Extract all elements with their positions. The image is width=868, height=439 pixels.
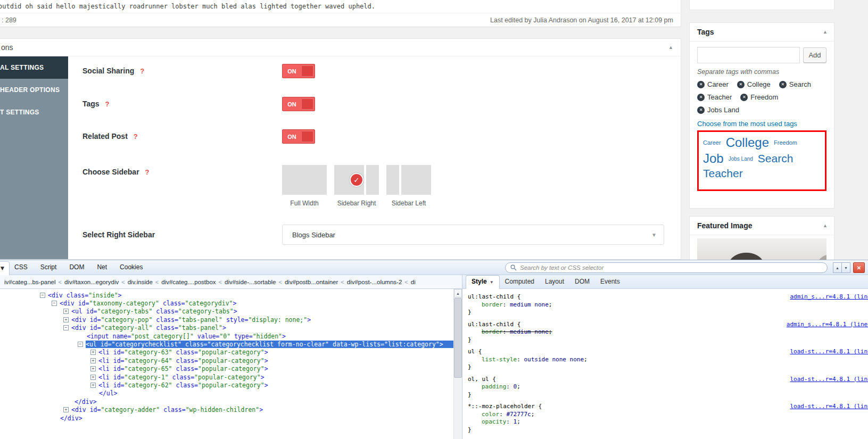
remove-tag-icon[interactable]: ✕ xyxy=(779,81,787,88)
layout-option-full-width[interactable]: Full Width xyxy=(282,165,327,207)
collapse-arrow-icon[interactable]: ▲ xyxy=(668,45,673,50)
expander-icon[interactable]: − xyxy=(40,293,45,298)
css-source-link[interactable]: admin_s...r=4.8.1 (line 1 xyxy=(790,293,868,301)
html-tree-node[interactable]: </ul> xyxy=(0,390,453,397)
help-icon[interactable]: ? xyxy=(134,132,138,140)
remove-tag-icon[interactable]: ✕ xyxy=(697,81,705,88)
breadcrumb-item[interactable]: di xyxy=(411,279,416,285)
html-tree-node[interactable]: </div> xyxy=(0,414,453,422)
tags-metabox-header[interactable]: Tags ▲ xyxy=(690,23,834,42)
tag-cloud-item[interactable]: Job xyxy=(703,151,724,166)
css-source-link[interactable]: admin_s...r=4.8.1 (line 14 xyxy=(787,321,868,329)
related-post-toggle[interactable]: ON xyxy=(282,129,315,144)
firebug-search-input[interactable]: Search by text or CSS selector xyxy=(505,262,828,273)
tab-events[interactable]: Events xyxy=(595,275,625,288)
tag-cloud-item[interactable]: Jobs Land xyxy=(729,156,753,162)
expander-icon[interactable]: + xyxy=(90,358,96,363)
remove-tag-icon[interactable]: ✕ xyxy=(697,106,705,114)
breadcrumb-item[interactable]: div#taxon...egorydiv xyxy=(64,279,119,285)
layout-option-sidebar-right[interactable]: ✓ Sidebar Right xyxy=(334,165,379,207)
most-used-tags-link[interactable]: Choose from the most used tags xyxy=(697,120,826,128)
tab-style[interactable]: Style▼ xyxy=(466,275,500,289)
tab-script[interactable]: Script xyxy=(35,260,63,275)
scroll-up-icon[interactable]: ▲ xyxy=(454,289,462,297)
expander-icon[interactable]: − xyxy=(52,301,57,306)
css-property[interactable]: border: medium none; xyxy=(468,328,868,336)
expander-icon[interactable]: + xyxy=(90,375,96,380)
sidebar-item-settings[interactable]: T SETTINGS xyxy=(0,101,68,123)
help-icon[interactable]: ? xyxy=(105,100,110,108)
sidebar-item-header-options[interactable]: HEADER OPTIONS xyxy=(0,79,68,101)
search-prev-button[interactable]: ▲ xyxy=(833,262,842,273)
firebug-close-button[interactable]: ✕ xyxy=(853,262,865,273)
css-source-link[interactable]: load-st...r=4.8.1 (line 9 xyxy=(790,376,868,384)
breadcrumb-item[interactable]: div#side-...sortable xyxy=(225,279,276,285)
add-tag-button[interactable]: Add xyxy=(803,47,826,63)
html-tree-node[interactable]: +<ul id="category-tabs" class="category-… xyxy=(0,308,453,316)
collapse-arrow-icon[interactable]: ▲ xyxy=(823,223,828,228)
html-tree-node[interactable]: </div> xyxy=(0,397,453,405)
tag-cloud-item[interactable]: Career xyxy=(703,139,721,146)
css-property[interactable]: list-style: outside none none; xyxy=(468,356,868,364)
breadcrumb-item[interactable]: div#categ....postbox xyxy=(161,279,216,285)
expander-icon[interactable]: − xyxy=(63,325,69,330)
css-property[interactable]: opacity: 1; xyxy=(468,418,868,426)
html-tree-node[interactable]: −<div id="category-all" class="tabs-pane… xyxy=(0,324,453,332)
expander-icon[interactable]: + xyxy=(63,317,69,322)
new-tag-input[interactable] xyxy=(697,47,800,63)
layout-option-sidebar-left[interactable]: Sidebar Left xyxy=(386,165,431,207)
social-sharing-toggle[interactable]: ON xyxy=(282,64,315,78)
tag-cloud-item[interactable]: Freedom xyxy=(774,139,797,146)
expander-icon[interactable]: + xyxy=(90,383,96,388)
sidebar-item-general-settings[interactable]: AL SETTINGS xyxy=(0,56,68,79)
breadcrumb-item[interactable]: div.inside xyxy=(128,279,153,285)
html-tree-node[interactable]: −<div id="taxonomy-category" class="cate… xyxy=(0,299,453,307)
breadcrumb-item[interactable]: div#postb...ontainer xyxy=(285,279,338,285)
search-next-button[interactable]: ▼ xyxy=(841,262,850,273)
tags-toggle[interactable]: ON xyxy=(282,97,315,111)
tab-html[interactable]: HTML ▼ xyxy=(0,261,10,275)
html-tree-node[interactable]: +<li id="category-64" class="popular-cat… xyxy=(0,357,453,365)
help-icon[interactable]: ? xyxy=(140,67,144,75)
scrollbar[interactable]: ▲ xyxy=(453,289,462,439)
breadcrumb-item[interactable]: div#post-...olumns-2 xyxy=(347,279,402,285)
html-tree-node[interactable]: −<div class="inside"> xyxy=(0,291,453,299)
html-tree-node[interactable]: +<li id="category-62" class="popular-cat… xyxy=(0,381,453,389)
tag-cloud-item[interactable]: Search xyxy=(758,152,793,165)
tab-dom[interactable]: DOM xyxy=(569,275,595,288)
tab-layout[interactable]: Layout xyxy=(540,275,569,288)
remove-tag-icon[interactable]: ✕ xyxy=(697,94,705,101)
expander-icon[interactable]: + xyxy=(63,309,69,314)
expander-icon[interactable]: + xyxy=(90,350,96,355)
scrollbar-thumb[interactable] xyxy=(454,298,462,378)
html-tree-node[interactable]: <input name="post_category[]" value="0" … xyxy=(0,332,453,340)
html-tree-node[interactable]: +<div id="category-pop" class="tabs-pane… xyxy=(0,316,453,324)
tab-computed[interactable]: Computed xyxy=(500,275,540,288)
css-property[interactable]: color: #72777c; xyxy=(468,411,868,419)
breadcrumb-item[interactable]: iv#categ...bs-panel xyxy=(4,279,56,285)
tab-dom[interactable]: DOM xyxy=(63,260,90,275)
expander-icon[interactable]: + xyxy=(63,407,69,412)
tab-css[interactable]: CSS xyxy=(9,260,34,275)
html-tree-node[interactable]: −<ul id="categorychecklist" class="categ… xyxy=(0,340,453,348)
remove-tag-icon[interactable]: ✕ xyxy=(737,81,745,88)
expander-icon[interactable]: + xyxy=(90,366,96,371)
expander-icon[interactable]: − xyxy=(78,342,83,347)
html-tree-node[interactable]: +<li id="category-63" class="popular-cat… xyxy=(0,349,453,357)
featured-image-header[interactable]: Featured Image ▲ xyxy=(690,217,834,235)
collapse-arrow-icon[interactable]: ▲ xyxy=(823,29,828,35)
remove-tag-icon[interactable]: ✕ xyxy=(740,94,748,101)
html-tree-node[interactable]: +<div id="category-adder" class="wp-hidd… xyxy=(0,405,453,413)
options-panel-header[interactable]: ons ▲ xyxy=(0,39,681,56)
tab-cookies[interactable]: Cookies xyxy=(114,260,148,275)
css-property[interactable]: border: medium none; xyxy=(468,301,868,309)
tag-cloud-item[interactable]: Teacher xyxy=(703,167,743,180)
css-source-link[interactable]: load-st...r=4.8.1 (line 9 xyxy=(790,348,868,356)
right-sidebar-select[interactable]: Blogs Sidebar ▼ xyxy=(282,225,664,245)
html-tree-node[interactable]: +<li id="category-1" class="popular-cate… xyxy=(0,373,453,381)
html-tree-node[interactable]: +<li id="category-65" class="popular-cat… xyxy=(0,365,453,373)
css-property[interactable]: padding: 0; xyxy=(468,383,868,391)
css-source-link[interactable]: load-st...r=4.8.1 (line 2 xyxy=(790,403,868,411)
tag-cloud-item[interactable]: College xyxy=(726,135,769,150)
tab-net[interactable]: Net xyxy=(91,260,113,275)
